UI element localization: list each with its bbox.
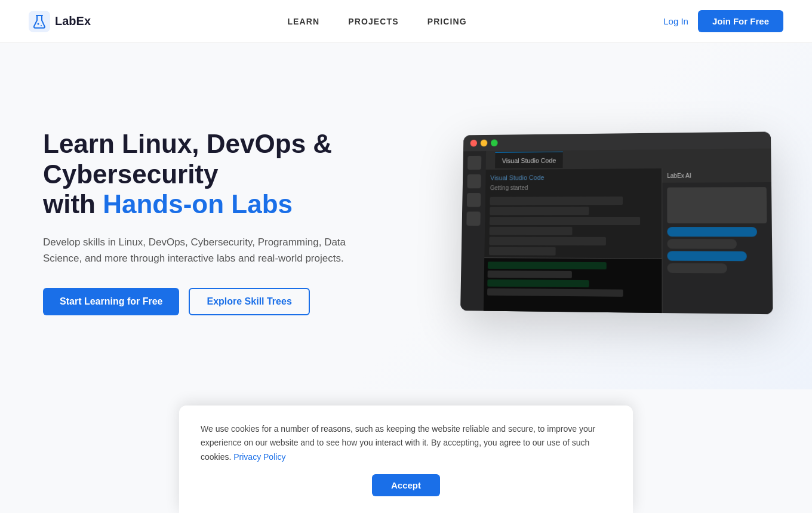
terminal-line-4 bbox=[487, 288, 623, 297]
panel-card-1 bbox=[667, 187, 767, 223]
hero-title: Learn Linux, DevOps & Cybersecurity with… bbox=[43, 129, 353, 220]
nav-item-projects[interactable]: PROJECTS bbox=[348, 16, 398, 27]
terminal-line-1 bbox=[488, 262, 607, 269]
nav-item-pricing[interactable]: PRICING bbox=[427, 16, 467, 27]
nav-link-pricing[interactable]: PRICING bbox=[427, 17, 467, 26]
hero-title-with: with bbox=[43, 189, 103, 219]
chat-bubble-1 bbox=[667, 227, 756, 236]
vscode-content: Visual Studio Code Getting started bbox=[484, 168, 773, 314]
svg-rect-0 bbox=[29, 11, 50, 32]
screenshot-body: Visual Studio Code Visual Studio Code Ge… bbox=[460, 149, 773, 315]
nav-item-learn[interactable]: LEARN bbox=[287, 16, 319, 27]
code-line-6 bbox=[489, 247, 555, 255]
cookie-text: We use cookies for a number of reasons, … bbox=[201, 422, 611, 465]
start-learning-button[interactable]: Start Learning for Free bbox=[43, 288, 179, 315]
vscode-tab-label: Visual Studio Code bbox=[502, 156, 556, 164]
hero-subtitle: Develop skills in Linux, DevOps, Cyberse… bbox=[43, 234, 353, 266]
code-line-4 bbox=[490, 227, 573, 235]
hero-section: Learn Linux, DevOps & Cybersecurity with… bbox=[0, 43, 812, 389]
privacy-policy-link[interactable]: Privacy Policy bbox=[233, 452, 285, 462]
hero-title-highlight: Hands-on Labs bbox=[103, 189, 293, 219]
chat-bubble-2 bbox=[667, 239, 737, 249]
vscode-tab: Visual Studio Code bbox=[495, 152, 563, 168]
svg-point-1 bbox=[38, 23, 39, 24]
vscode-editor: Visual Studio Code Getting started bbox=[484, 168, 662, 313]
vscode-welcome-sub: Getting started bbox=[490, 184, 657, 191]
svg-point-2 bbox=[41, 25, 42, 26]
panel-header: LabEx AI bbox=[662, 168, 771, 183]
window-minimize-dot bbox=[481, 140, 488, 147]
vscode-activity-bar bbox=[460, 151, 486, 311]
hero-buttons: Start Learning for Free Explore Skill Tr… bbox=[43, 288, 353, 315]
hero-content: Learn Linux, DevOps & Cybersecurity with… bbox=[43, 129, 353, 315]
navbar: LabEx LEARN PROJECTS PRICING Log In Join… bbox=[0, 0, 812, 43]
vscode-right-panel: LabEx AI bbox=[662, 168, 773, 314]
logo-link[interactable]: LabEx bbox=[29, 11, 91, 32]
panel-content bbox=[662, 182, 773, 281]
code-line-1 bbox=[490, 196, 623, 205]
hero-title-line1: Learn Linux, DevOps & Cybersecurity bbox=[43, 129, 332, 189]
vscode-icon-search bbox=[467, 174, 481, 188]
code-line-3 bbox=[490, 217, 640, 225]
cookie-banner: We use cookies for a number of reasons, … bbox=[179, 406, 633, 513]
vscode-tabbar: Visual Studio Code bbox=[486, 149, 771, 170]
logo-icon bbox=[29, 11, 50, 32]
accept-cookies-button[interactable]: Accept bbox=[372, 474, 440, 496]
vscode-icon-debug bbox=[466, 211, 480, 226]
nav-link-learn[interactable]: LEARN bbox=[287, 17, 319, 26]
window-maximize-dot bbox=[491, 139, 498, 146]
vscode-terminal bbox=[484, 257, 662, 313]
window-close-dot bbox=[470, 140, 478, 147]
vscode-icon-files bbox=[467, 156, 481, 170]
hero-screenshot: Visual Studio Code Visual Studio Code Ge… bbox=[460, 131, 773, 314]
code-line-2 bbox=[490, 207, 589, 215]
terminal-line-2 bbox=[488, 271, 572, 278]
hero-screenshot-container: Visual Studio Code Visual Studio Code Ge… bbox=[459, 133, 769, 312]
chat-bubble-3 bbox=[667, 251, 747, 261]
chat-bubble-4 bbox=[668, 263, 727, 274]
terminal-line-3 bbox=[487, 279, 589, 287]
nav-links: LEARN PROJECTS PRICING bbox=[287, 16, 466, 27]
vscode-icon-git bbox=[467, 193, 481, 207]
logo-text: LabEx bbox=[55, 14, 91, 28]
login-button[interactable]: Log In bbox=[663, 16, 688, 26]
explore-skill-trees-button[interactable]: Explore Skill Trees bbox=[189, 288, 309, 315]
vscode-main: Visual Studio Code Visual Studio Code Ge… bbox=[484, 149, 773, 315]
vscode-welcome-heading: Visual Studio Code bbox=[490, 173, 657, 181]
nav-actions: Log In Join For Free bbox=[663, 10, 783, 32]
code-line-5 bbox=[489, 237, 605, 245]
nav-link-projects[interactable]: PROJECTS bbox=[348, 17, 398, 26]
join-button[interactable]: Join For Free bbox=[698, 10, 783, 32]
